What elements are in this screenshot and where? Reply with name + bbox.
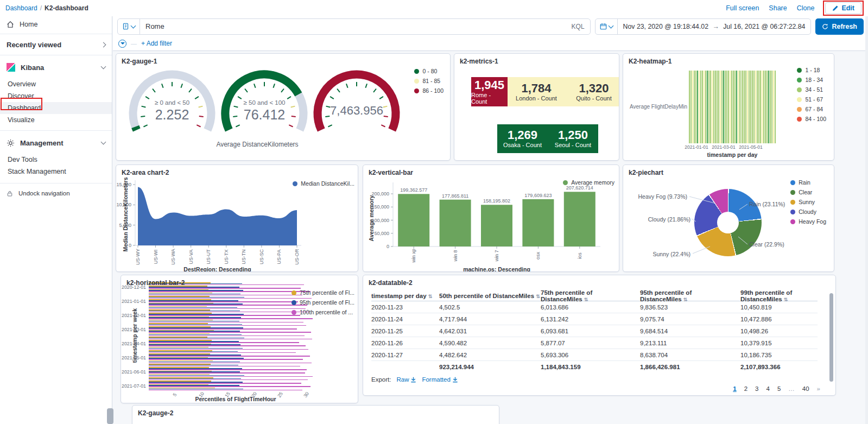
- hbar-bar[interactable]: [149, 298, 312, 299]
- heatmap-stripe[interactable]: [699, 71, 700, 143]
- table-header-cell[interactable]: 99th percentile of DistanceMiles⇅: [740, 289, 818, 302]
- pagination-page[interactable]: 3: [755, 385, 758, 392]
- kql-toggle[interactable]: KQL: [566, 23, 590, 30]
- table-scrollbar[interactable]: [829, 293, 833, 382]
- legend-item[interactable]: 0 - 80: [414, 68, 443, 74]
- heatmap-stripe[interactable]: [771, 71, 772, 143]
- export-formatted-link[interactable]: Formatted: [422, 376, 458, 383]
- hbar-bar[interactable]: [149, 339, 312, 340]
- heatmap-stripe[interactable]: [745, 71, 746, 143]
- legend-item[interactable]: Sunny: [790, 199, 826, 205]
- heatmap-stripe[interactable]: [704, 71, 705, 143]
- heatmap-stripe[interactable]: [702, 71, 703, 143]
- heatmap-stripe[interactable]: [720, 71, 721, 143]
- table-header-cell[interactable]: 75th percentile of DistanceMiles⇅: [541, 289, 640, 302]
- heatmap-stripe[interactable]: [721, 71, 723, 143]
- breadcrumb-dashboard-link[interactable]: Dashboard: [5, 4, 37, 12]
- pagination-page[interactable]: 5: [777, 385, 781, 392]
- full-screen-link[interactable]: Full screen: [726, 4, 759, 12]
- legend-item[interactable]: Median DistanceKil...: [293, 180, 354, 187]
- heatmap-stripe[interactable]: [738, 71, 739, 143]
- heatmap-stripe[interactable]: [697, 71, 698, 143]
- hbar-bar[interactable]: [149, 328, 297, 330]
- heatmap-stripe[interactable]: [742, 71, 743, 143]
- panel-title[interactable]: k2-metrics-1: [460, 58, 498, 65]
- panel-title[interactable]: k2-horizontal bar-2: [126, 279, 185, 287]
- heatmap-stripe[interactable]: [733, 71, 734, 143]
- hbar-bar[interactable]: [149, 332, 311, 333]
- hbar-bar[interactable]: [149, 366, 300, 367]
- panel-title[interactable]: k2-datatable-2: [369, 279, 413, 287]
- legend-item[interactable]: Cloudy: [790, 208, 826, 215]
- legend-item[interactable]: 18 - 34: [797, 77, 826, 83]
- hbar-bar[interactable]: [149, 318, 313, 319]
- edit-button[interactable]: Edit: [825, 2, 861, 14]
- date-range-display[interactable]: Nov 23, 2020 @ 19:18:44.02 → Jul 16, 202…: [618, 23, 811, 30]
- hbar-bar[interactable]: [149, 372, 305, 374]
- sidebar-item-home[interactable]: Home: [0, 16, 112, 33]
- hbar-bar[interactable]: [149, 349, 308, 350]
- heatmap-stripe[interactable]: [773, 71, 774, 143]
- legend-item[interactable]: 86 - 100: [414, 87, 443, 94]
- page-scrollbar[interactable]: [865, 16, 868, 424]
- heatmap-stripe[interactable]: [766, 71, 768, 143]
- hbar-bar[interactable]: [149, 301, 298, 302]
- heatmap-stripe[interactable]: [692, 71, 693, 143]
- legend-item[interactable]: Clear: [790, 189, 826, 195]
- hbar-bar[interactable]: [149, 379, 308, 381]
- search-query-input[interactable]: Rome: [140, 22, 566, 30]
- heatmap-stripe[interactable]: [710, 71, 711, 143]
- heatmap-stripe[interactable]: [712, 71, 713, 143]
- heatmap-stripe[interactable]: [758, 71, 759, 143]
- legend-item[interactable]: 81 - 85: [414, 78, 443, 84]
- heatmap-stripe[interactable]: [694, 71, 695, 143]
- heatmap-stripe[interactable]: [730, 71, 731, 143]
- heatmap-stripe[interactable]: [708, 71, 709, 143]
- hbar-bar[interactable]: [149, 312, 309, 313]
- heatmap-stripe[interactable]: [750, 71, 751, 143]
- add-filter-button[interactable]: + Add filter: [141, 40, 172, 47]
- heatmap-stripe[interactable]: [717, 71, 718, 143]
- pagination-page[interactable]: 1: [733, 385, 736, 392]
- hbar-bar[interactable]: [149, 356, 310, 357]
- saved-query-menu-button[interactable]: [118, 19, 140, 34]
- heatmap-stripe[interactable]: [760, 71, 761, 143]
- heatmap-stripe[interactable]: [775, 71, 776, 143]
- legend-item[interactable]: 100th percentile of ...: [292, 309, 354, 315]
- pagination-page[interactable]: 2: [744, 385, 747, 392]
- pagination-page[interactable]: 40: [802, 385, 809, 392]
- hbar-bar[interactable]: [149, 295, 302, 296]
- heatmap-stripe[interactable]: [690, 71, 692, 143]
- legend-item[interactable]: 75th percentile of Fl...: [292, 289, 354, 296]
- pagination-page[interactable]: 4: [766, 385, 769, 392]
- legend-item[interactable]: 1 - 18: [797, 67, 826, 73]
- refresh-button[interactable]: Refresh: [815, 18, 864, 35]
- legend-item[interactable]: Rain: [790, 179, 826, 186]
- hbar-bar[interactable]: [149, 291, 311, 292]
- hbar-bar[interactable]: [149, 325, 306, 326]
- hbar-bar[interactable]: [149, 352, 296, 353]
- heatmap-stripe[interactable]: [689, 71, 690, 143]
- sidebar-scrollbar[interactable]: [107, 408, 113, 424]
- heatmap-stripe[interactable]: [762, 71, 763, 143]
- panel-title[interactable]: K2-gauge-2: [138, 409, 173, 417]
- heatmap-stripe[interactable]: [747, 71, 748, 143]
- hbar-bar[interactable]: [149, 308, 306, 309]
- heatmap-stripe[interactable]: [726, 71, 727, 143]
- legend-item[interactable]: Average memory: [563, 179, 614, 186]
- panel-title[interactable]: k2-piechart: [629, 169, 663, 176]
- hbar-bar[interactable]: [149, 386, 311, 387]
- hbar-bar[interactable]: [149, 315, 300, 316]
- heatmap-stripe[interactable]: [723, 71, 724, 143]
- heatmap-stripe[interactable]: [765, 71, 766, 143]
- hbar-bar[interactable]: [149, 322, 303, 323]
- heatmap-stripe[interactable]: [713, 71, 714, 143]
- heatmap-stripe[interactable]: [763, 71, 764, 143]
- heatmap-stripe[interactable]: [715, 71, 716, 143]
- heatmap-stripe[interactable]: [736, 71, 737, 143]
- panel-title[interactable]: k2-vertical-bar: [369, 169, 413, 176]
- hbar-bar[interactable]: [149, 288, 301, 289]
- pagination-page[interactable]: …: [788, 385, 795, 392]
- heatmap-stripe[interactable]: [755, 71, 756, 143]
- panel-title[interactable]: K2-heatmap-1: [629, 58, 671, 65]
